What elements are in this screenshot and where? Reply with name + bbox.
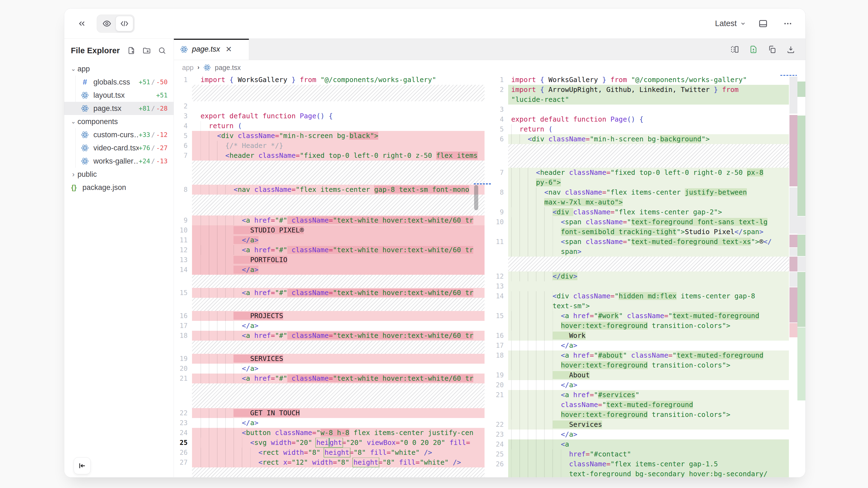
tab-page-tsx[interactable]: page.tsx ✕: [174, 39, 249, 60]
code-text[interactable]: <span className="text-foreground font-sa…: [508, 217, 789, 227]
code-text[interactable]: PROJECTS: [192, 311, 485, 321]
json-file-icon: {}: [69, 183, 79, 192]
more-options-button[interactable]: [780, 16, 796, 31]
code-text[interactable]: import { WorksGallery } from "@/componen…: [508, 75, 789, 85]
left-pane-scrollbar-thumb[interactable]: [474, 185, 478, 210]
code-text[interactable]: <a: [508, 440, 789, 449]
code-text[interactable]: </a>: [192, 321, 485, 331]
code-text[interactable]: return (: [508, 124, 789, 134]
code-text[interactable]: import { WorksGallery } from "@/componen…: [192, 75, 485, 85]
copy-code-button[interactable]: [766, 44, 778, 55]
code-text[interactable]: PORTFOLIO: [192, 255, 485, 265]
code-text[interactable]: <span className="text-muted-foreground t…: [508, 237, 789, 247]
breadcrumb-file[interactable]: page.tsx: [215, 64, 241, 72]
code-text[interactable]: <header className="fixed top-0 left-0 ri…: [508, 168, 789, 177]
code-text[interactable]: <a href="#" className="text-white hover:…: [192, 245, 485, 255]
code-text[interactable]: SERVICES: [192, 354, 485, 364]
view-diff-button[interactable]: [748, 44, 759, 55]
file-row-package-json[interactable]: {}package.json: [64, 181, 174, 194]
diff-minimap[interactable]: [789, 75, 805, 478]
code-text[interactable]: [508, 281, 789, 291]
code-text[interactable]: <div className="hidden md:flex items-cen…: [508, 291, 789, 301]
code-line: text-sm">: [493, 301, 789, 311]
code-text[interactable]: <svg width="20" height="20" viewBox="0 0…: [192, 438, 485, 448]
code-text[interactable]: import { ArrowUpRight, Github, Linkedin,…: [508, 85, 789, 95]
code-text[interactable]: <a href="#work" className="text-muted-fo…: [508, 311, 789, 321]
version-dropdown[interactable]: Latest: [715, 19, 746, 28]
code-text[interactable]: About: [508, 370, 789, 380]
code-text[interactable]: export default function Page() {: [192, 111, 485, 121]
code-text[interactable]: <div className="min-h-screen bg-backgrou…: [508, 134, 789, 144]
tab-close-icon[interactable]: ✕: [225, 45, 232, 54]
code-text[interactable]: <header className="fixed top-0 left-0 ri…: [192, 151, 485, 161]
breadcrumb-folder[interactable]: app: [182, 64, 194, 72]
code-text[interactable]: <button className="w-8 h-8 flex items-ce…: [192, 428, 485, 438]
code-text[interactable]: text-foreground bg-secondary hover:bg-se…: [508, 469, 789, 478]
code-text[interactable]: <a href="#" className="text-white hover:…: [192, 373, 485, 383]
code-text[interactable]: hover:text-foreground transition-colors"…: [508, 360, 789, 370]
code-text[interactable]: <nav className="flex items-center gap-8 …: [192, 185, 485, 195]
code-text[interactable]: <div className="min-h-screen bg-black">: [192, 131, 485, 141]
code-text[interactable]: [192, 101, 485, 111]
code-text[interactable]: Services: [508, 420, 789, 429]
code-text[interactable]: </a>: [192, 265, 485, 275]
folder-row-public[interactable]: ›public: [64, 168, 174, 181]
split-view-button[interactable]: [729, 44, 741, 55]
code-text[interactable]: return (: [192, 121, 485, 131]
code-text[interactable]: <a href="#about" className="text-muted-f…: [508, 351, 789, 360]
code-text[interactable]: span>: [508, 247, 789, 257]
code-line: 25 href="#contact": [493, 449, 789, 459]
folder-row-app[interactable]: ⌄app: [64, 62, 174, 75]
panel-bottom-button[interactable]: [755, 16, 771, 31]
search-icon: [158, 46, 166, 55]
code-text[interactable]: <a href="#" className="text-white hover:…: [192, 288, 485, 298]
code-text[interactable]: className="flex items-center gap-1.5: [508, 459, 789, 469]
code-text[interactable]: <rect width="8" height="8" fill="white" …: [192, 448, 485, 458]
code-text[interactable]: "lucide-react": [508, 95, 789, 104]
code-text[interactable]: </a>: [192, 364, 485, 373]
code-text[interactable]: export default function Page() {: [508, 115, 789, 124]
code-text[interactable]: py-6">: [508, 177, 789, 188]
code-text[interactable]: </a>: [192, 235, 485, 245]
code-text[interactable]: <a href="#services": [508, 390, 789, 400]
code-text[interactable]: max-w-7xl mx-auto">: [508, 197, 789, 207]
search-files-button[interactable]: [156, 44, 168, 57]
code-text[interactable]: font-semibold tracking-tight">Studio Pix…: [508, 227, 789, 237]
code-text[interactable]: </div>: [508, 271, 789, 281]
code-text[interactable]: <a href="#" className="text-white hover:…: [192, 331, 485, 340]
new-folder-button[interactable]: [141, 44, 153, 57]
code-text[interactable]: text-sm">: [508, 301, 789, 311]
code-text[interactable]: Work: [508, 331, 789, 340]
collapse-panel-button[interactable]: [73, 457, 91, 474]
file-row-page-tsx[interactable]: page.tsx+81/-28: [64, 102, 174, 115]
file-row-globals-css[interactable]: #globals.css+51/-50: [64, 75, 174, 89]
code-text[interactable]: <div className="flex items-center gap-2"…: [508, 207, 789, 217]
collapse-sidebar-button[interactable]: [74, 16, 90, 31]
code-text[interactable]: </a>: [508, 380, 789, 390]
code-text[interactable]: hover:text-foreground transition-colors"…: [508, 410, 789, 420]
code-text[interactable]: GET IN TOUCH: [192, 408, 485, 418]
code-text[interactable]: </a>: [508, 340, 789, 351]
code-text[interactable]: href="#contact": [508, 449, 789, 459]
code-text[interactable]: <rect x="12" width="8" height="8" fill="…: [192, 458, 485, 467]
code-text[interactable]: </a>: [192, 418, 485, 428]
code-text[interactable]: <a href="#" className="text-white hover:…: [192, 216, 485, 225]
minimap-block: [797, 327, 805, 400]
file-row-video-card-tsx[interactable]: video-card.tsx+76/-27: [64, 141, 174, 155]
download-button[interactable]: [785, 44, 797, 55]
new-folder-icon: [143, 46, 151, 55]
code-text[interactable]: </a>: [508, 429, 789, 440]
new-file-button[interactable]: [125, 44, 137, 57]
code-view-toggle[interactable]: [116, 16, 133, 31]
code-text[interactable]: {/* Header */}: [192, 141, 485, 151]
code-text[interactable]: [508, 104, 789, 115]
file-row-custom-curs-[interactable]: custom-curs…+33/-12: [64, 128, 174, 141]
code-text[interactable]: <nav className="flex items-center justif…: [508, 188, 789, 197]
code-text[interactable]: hover:text-foreground transition-colors"…: [508, 321, 789, 331]
file-row-layout-tsx[interactable]: layout.tsx+51: [64, 89, 174, 102]
file-row-works-galler-[interactable]: works-galler…+24/-13: [64, 155, 174, 168]
code-text[interactable]: className="text-muted-foreground: [508, 400, 789, 410]
code-text[interactable]: STUDIO PIXEL®: [192, 225, 485, 235]
folder-row-components[interactable]: ⌄components: [64, 115, 174, 128]
preview-eye-toggle[interactable]: [98, 16, 116, 31]
